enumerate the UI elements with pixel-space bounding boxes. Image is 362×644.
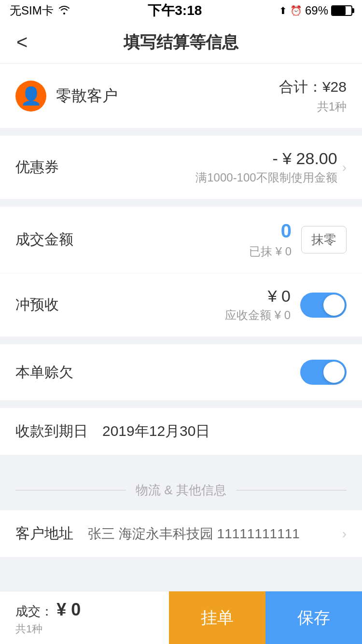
customer-left: 👤 零散客户: [15, 81, 118, 112]
hold-button-label: 挂单: [201, 607, 234, 629]
status-right: ⬆ ⏰ 69%: [279, 4, 352, 17]
deal-amount-right: 0 已抹 ¥ 0: [249, 220, 292, 259]
debt-row: 本单赊欠: [0, 344, 362, 400]
prepay-sub: 应收金额 ¥ 0: [225, 308, 291, 323]
time-label: 下午3:18: [148, 1, 202, 20]
carrier-label: 无SIM卡: [10, 3, 54, 18]
debt-toggle-knob: [323, 362, 345, 383]
status-bar: 无SIM卡 下午3:18 ⬆ ⏰ 69%: [0, 0, 362, 21]
prepay-label: 冲预收: [15, 295, 59, 315]
due-date-label: 收款到期日: [15, 421, 88, 441]
total-count: 共1种: [279, 99, 347, 114]
debt-section: 本单赊欠: [0, 344, 362, 400]
coupon-desc: 满1000-100不限制使用金额: [195, 170, 337, 185]
avatar: 👤: [15, 81, 46, 112]
round-button[interactable]: 抹零: [301, 226, 347, 253]
wifi-icon: [57, 4, 71, 17]
hold-button[interactable]: 挂单: [169, 591, 265, 644]
chevron-right-icon: ›: [342, 160, 347, 175]
deal-amount-label: 成交金额: [15, 230, 73, 250]
content-area: 👤 零散客户 合计：¥28 共1种 优惠券 - ¥ 28.00 满1000-10…: [0, 64, 362, 623]
deal-amount-sub: 已抹 ¥ 0: [249, 244, 292, 259]
location-icon: ⬆: [279, 5, 287, 16]
back-button[interactable]: <: [12, 27, 32, 58]
logistics-header-text: 物流 & 其他信息: [126, 482, 236, 499]
prepay-right: ¥ 0 应收金额 ¥ 0: [225, 287, 291, 323]
coupon-section: 优惠券 - ¥ 28.00 满1000-100不限制使用金额 ›: [0, 136, 362, 199]
bottom-count: 共1种: [15, 622, 153, 636]
divider: [0, 462, 362, 470]
deal-amount-value: 0: [281, 220, 292, 242]
due-date-value: 2019年12月30日: [102, 421, 210, 441]
address-label: 客户地址: [15, 524, 73, 544]
prepay-row: 冲预收 ¥ 0 应收金额 ¥ 0: [0, 273, 362, 336]
address-chevron-icon: ›: [342, 526, 347, 542]
coupon-amount: - ¥ 28.00: [272, 149, 337, 168]
due-date-row[interactable]: 收款到期日 2019年12月30日: [0, 408, 362, 455]
page-title: 填写结算等信息: [124, 31, 238, 54]
save-button-label: 保存: [297, 607, 330, 629]
alarm-icon: ⏰: [290, 5, 302, 16]
deal-prepay-section: 成交金额 0 已抹 ¥ 0 抹零 冲预收 ¥ 0 应收金额 ¥ 0: [0, 207, 362, 336]
deal-amount-row: 成交金额 0 已抹 ¥ 0 抹零: [0, 207, 362, 273]
customer-right: 合计：¥28 共1种: [279, 77, 347, 114]
status-left: 无SIM卡: [10, 3, 71, 18]
bottom-deal-amount: ¥ 0: [56, 600, 81, 619]
logistics-header: 物流 & 其他信息: [0, 470, 362, 510]
nav-bar: < 填写结算等信息: [0, 21, 362, 64]
total-amount: 合计：¥28: [279, 77, 347, 97]
due-date-section: 收款到期日 2019年12月30日: [0, 408, 362, 455]
bottom-info: 成交： ¥ 0 共1种: [0, 600, 169, 636]
bottom-bar: 成交： ¥ 0 共1种 挂单 保存: [0, 591, 362, 644]
address-row[interactable]: 客户地址 张三 海淀永丰科技园 11111111111 ›: [0, 510, 362, 557]
debt-label: 本单赊欠: [15, 363, 73, 382]
coupon-right: - ¥ 28.00 满1000-100不限制使用金额: [195, 149, 337, 185]
customer-name: 零散客户: [56, 85, 118, 107]
toggle-knob: [323, 294, 345, 316]
battery-percent: 69%: [305, 4, 328, 17]
debt-toggle[interactable]: [300, 360, 347, 385]
user-icon: 👤: [20, 86, 42, 106]
prepay-toggle[interactable]: [300, 293, 347, 318]
save-button[interactable]: 保存: [265, 591, 362, 644]
coupon-row[interactable]: 优惠券 - ¥ 28.00 满1000-100不限制使用金额 ›: [0, 136, 362, 199]
coupon-label: 优惠券: [15, 157, 59, 177]
address-value: 张三 海淀永丰科技园 11111111111: [88, 525, 337, 543]
prepay-value: ¥ 0: [268, 287, 291, 306]
bottom-deal-label: 成交： ¥ 0: [15, 600, 153, 620]
battery-icon: [331, 5, 352, 16]
customer-card: 👤 零散客户 合计：¥28 共1种: [0, 64, 362, 128]
